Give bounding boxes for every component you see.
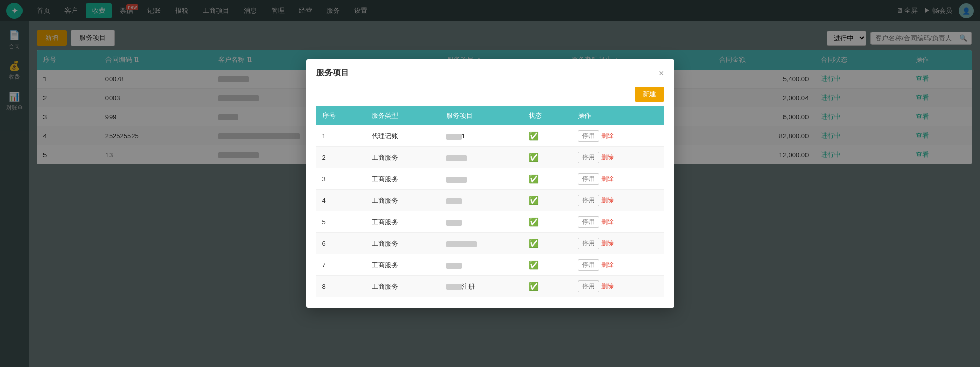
modal-title: 服务项目 <box>316 68 349 78</box>
modal-cell-seq: 5 <box>316 211 365 233</box>
modal-body: 序号 服务类型 服务项目 状态 操作 1 代理记账 1 ✅ 停用 删除 2 工商… <box>306 106 674 308</box>
stop-button[interactable]: 停用 <box>578 173 599 185</box>
status-check-icon: ✅ <box>529 282 539 291</box>
modal-cell-seq: 6 <box>316 233 365 254</box>
modal-cell-item <box>440 147 523 168</box>
modal-th-action: 操作 <box>572 106 664 125</box>
delete-button[interactable]: 删除 <box>601 153 614 162</box>
status-check-icon: ✅ <box>529 175 539 183</box>
status-check-icon: ✅ <box>529 132 539 140</box>
delete-button[interactable]: 删除 <box>601 239 614 248</box>
modal-overlay[interactable]: 服务项目 × 新建 序号 服务类型 服务项目 状态 操作 1 <box>0 0 980 367</box>
modal-table-row: 1 代理记账 1 ✅ 停用 删除 <box>316 125 664 147</box>
modal-cell-type: 工商服务 <box>365 211 440 233</box>
delete-button[interactable]: 删除 <box>601 196 614 205</box>
modal-th-type: 服务类型 <box>365 106 440 125</box>
delete-button[interactable]: 删除 <box>601 282 614 291</box>
modal-cell-action[interactable]: 停用 删除 <box>572 211 664 233</box>
modal-cell-type: 工商服务 <box>365 190 440 211</box>
modal-cell-type: 工商服务 <box>365 147 440 168</box>
stop-button[interactable]: 停用 <box>578 152 599 163</box>
stop-button[interactable]: 停用 <box>578 216 599 228</box>
modal-cell-status: ✅ <box>522 276 572 297</box>
modal-cell-item: 注册 <box>440 276 523 297</box>
modal-table-row: 8 工商服务 注册 ✅ 停用 删除 <box>316 276 664 297</box>
modal-cell-status: ✅ <box>522 147 572 168</box>
modal-cell-action[interactable]: 停用 删除 <box>572 254 664 276</box>
modal-cell-item <box>440 254 523 276</box>
modal-cell-item: 1 <box>440 125 523 147</box>
modal-cell-seq: 8 <box>316 276 365 297</box>
modal-cell-status: ✅ <box>522 254 572 276</box>
modal-table-row: 3 工商服务 ✅ 停用 删除 <box>316 168 664 190</box>
modal-cell-item <box>440 233 523 254</box>
modal-table-row: 5 工商服务 ✅ 停用 删除 <box>316 211 664 233</box>
modal-cell-type: 工商服务 <box>365 233 440 254</box>
modal-cell-item <box>440 211 523 233</box>
modal-table-row: 2 工商服务 ✅ 停用 删除 <box>316 147 664 168</box>
modal-cell-action[interactable]: 停用 删除 <box>572 233 664 254</box>
modal-cell-seq: 7 <box>316 254 365 276</box>
modal-cell-status: ✅ <box>522 125 572 147</box>
status-check-icon: ✅ <box>529 218 539 226</box>
modal-cell-status: ✅ <box>522 233 572 254</box>
modal-toolbar: 新建 <box>306 82 674 106</box>
stop-button[interactable]: 停用 <box>578 130 599 142</box>
modal-cell-seq: 3 <box>316 168 365 190</box>
modal-th-seq: 序号 <box>316 106 365 125</box>
modal-cell-item <box>440 168 523 190</box>
modal-cell-type: 工商服务 <box>365 168 440 190</box>
delete-button[interactable]: 删除 <box>601 175 614 183</box>
modal-th-item: 服务项目 <box>440 106 523 125</box>
modal-cell-seq: 2 <box>316 147 365 168</box>
modal-cell-seq: 4 <box>316 190 365 211</box>
modal-service-table: 序号 服务类型 服务项目 状态 操作 1 代理记账 1 ✅ 停用 删除 2 工商… <box>316 106 664 297</box>
modal-cell-status: ✅ <box>522 211 572 233</box>
status-check-icon: ✅ <box>529 196 539 205</box>
modal-cell-type: 工商服务 <box>365 254 440 276</box>
modal-close-button[interactable]: × <box>659 69 664 78</box>
modal-new-button[interactable]: 新建 <box>635 87 664 102</box>
modal-cell-action[interactable]: 停用 删除 <box>572 168 664 190</box>
modal-cell-status: ✅ <box>522 168 572 190</box>
modal-cell-type: 工商服务 <box>365 276 440 297</box>
modal-table-row: 7 工商服务 ✅ 停用 删除 <box>316 254 664 276</box>
stop-button[interactable]: 停用 <box>578 259 599 271</box>
delete-button[interactable]: 删除 <box>601 218 614 226</box>
modal-cell-action[interactable]: 停用 删除 <box>572 190 664 211</box>
modal-cell-action[interactable]: 停用 删除 <box>572 125 664 147</box>
modal-table-row: 4 工商服务 ✅ 停用 删除 <box>316 190 664 211</box>
modal-cell-action[interactable]: 停用 删除 <box>572 276 664 297</box>
modal-cell-item <box>440 190 523 211</box>
delete-button[interactable]: 删除 <box>601 132 614 140</box>
modal-cell-seq: 1 <box>316 125 365 147</box>
modal-header: 服务项目 × <box>306 59 674 82</box>
modal-table-row: 6 工商服务 ✅ 停用 删除 <box>316 233 664 254</box>
delete-button[interactable]: 删除 <box>601 261 614 269</box>
modal-cell-action[interactable]: 停用 删除 <box>572 147 664 168</box>
service-modal: 服务项目 × 新建 序号 服务类型 服务项目 状态 操作 1 <box>306 59 674 308</box>
stop-button[interactable]: 停用 <box>578 195 599 206</box>
status-check-icon: ✅ <box>529 239 539 248</box>
stop-button[interactable]: 停用 <box>578 280 599 292</box>
stop-button[interactable]: 停用 <box>578 238 599 249</box>
modal-th-status: 状态 <box>522 106 572 125</box>
status-check-icon: ✅ <box>529 153 539 162</box>
status-check-icon: ✅ <box>529 261 539 269</box>
modal-cell-type: 代理记账 <box>365 125 440 147</box>
modal-cell-status: ✅ <box>522 190 572 211</box>
